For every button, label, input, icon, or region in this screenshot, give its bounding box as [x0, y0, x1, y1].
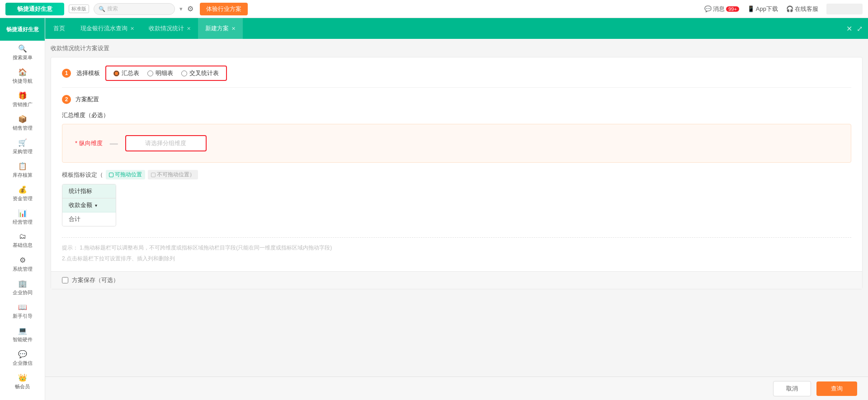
tab-home[interactable]: 首页	[45, 18, 73, 39]
sidebar-item-guide[interactable]: 📖 新手引导	[0, 299, 45, 323]
sidebar-item-search[interactable]: 🔍 搜索菜单	[0, 41, 45, 64]
save-label: 方案保存（可选）	[72, 276, 119, 284]
dim-arrow: —	[110, 139, 118, 148]
sidebar-item-enterprise[interactable]: 🏢 企业协同	[0, 276, 45, 299]
total-row: 合计	[62, 212, 116, 226]
indicator-section: 模板指标设定（ 可拖动位置 不可拖动位置）	[62, 170, 851, 226]
gift-icon: 🎁	[18, 91, 27, 100]
tab-expand-icon[interactable]: ⤢	[857, 24, 863, 33]
sidebar-item-base[interactable]: 🗂 基础信息	[0, 229, 45, 252]
message-icon[interactable]: 💬 消息 99+	[704, 5, 739, 13]
sidebar-item-hardware[interactable]: 💻 智能硬件	[0, 323, 45, 346]
non-draggable-tag: 不可拖动位置）	[148, 170, 198, 179]
sidebar-item-stock[interactable]: 📋 库存核算	[0, 158, 45, 182]
tab-bank[interactable]: 现金银行流水查询 ✕	[73, 18, 142, 39]
dropdown-icon[interactable]: ▾	[179, 5, 183, 12]
sidebar-item-member[interactable]: 👑 畅会员	[0, 370, 45, 393]
operation-icon: 📊	[18, 209, 27, 217]
cancel-button[interactable]: 取消	[773, 381, 811, 396]
template-selection-box: 汇总表 明细表 交叉统计表	[105, 66, 227, 81]
hardware-icon: 💻	[18, 326, 27, 335]
step2-label: 方案配置	[75, 95, 99, 104]
tab-new-plan-close[interactable]: ✕	[231, 26, 236, 32]
draggable-tag: 可拖动位置	[106, 170, 145, 179]
radio-cross[interactable]: 交叉统计表	[181, 69, 219, 77]
dim-selector[interactable]: 请选择分组维度	[125, 135, 207, 151]
chevron-down-icon: ▾	[95, 203, 97, 208]
edition-badge: 标准版	[69, 5, 89, 13]
indicator-label: 模板指标设定（	[62, 171, 103, 179]
user-avatar[interactable]	[826, 4, 863, 14]
sidebar-item-wechat[interactable]: 💬 企业微信	[0, 346, 45, 370]
sidebar-logo: 畅捷通好生意	[5, 3, 64, 15]
sidebar-item-finance[interactable]: 💰 资金管理	[0, 182, 45, 205]
guide-icon: 📖	[18, 303, 27, 311]
sidebar-item-marketing[interactable]: 🎁 营销推广	[0, 88, 45, 111]
tip-line-1: 提示： 1.拖动标题栏可以调整布局，不可跨维度或指标区域拖动栏目字段(只能在同一…	[62, 242, 851, 253]
sidebar-item-purchase[interactable]: 🛒 采购管理	[0, 135, 45, 158]
radio-detail[interactable]: 明细表	[147, 69, 173, 77]
sidebar-item-operation[interactable]: 📊 经营管理	[0, 205, 45, 229]
member-icon: 👑	[18, 373, 27, 382]
query-button[interactable]: 查询	[816, 381, 857, 396]
tab-collection-close[interactable]: ✕	[187, 26, 191, 32]
dim-section-label: 汇总维度（必选）	[62, 111, 851, 119]
base-icon: 🗂	[19, 232, 26, 240]
settings-icon[interactable]: ⚙	[187, 5, 193, 13]
save-checkbox[interactable]	[62, 277, 68, 283]
home-icon: 🏠	[18, 68, 27, 76]
sales-icon: 📦	[18, 115, 27, 123]
stat-indicator-header: 统计指标	[62, 184, 116, 198]
system-icon: ⚙	[19, 256, 26, 264]
radio-summary[interactable]: 汇总表	[113, 69, 139, 77]
sidebar-item-system[interactable]: ⚙ 系统管理	[0, 252, 45, 276]
wechat-icon: 💬	[18, 350, 27, 358]
step2-badge: 2	[62, 95, 71, 104]
tab-collection[interactable]: 收款情况统计 ✕	[142, 18, 198, 39]
step1-label: 选择模板	[76, 69, 100, 77]
tips-section: 提示： 1.拖动标题栏可以调整布局，不可跨维度或指标区域拖动栏目字段(只能在同一…	[62, 237, 851, 264]
brand-logo: 畅捷通好生意	[0, 18, 45, 41]
collection-amount-col[interactable]: 收款金额 ▾	[62, 198, 116, 212]
stock-icon: 📋	[18, 162, 27, 170]
indicator-table: 统计指标 收款金额 ▾ 合计	[62, 184, 116, 226]
tab-close-window[interactable]: ✕	[846, 24, 852, 33]
search-bar: 🔍 搜索	[94, 3, 175, 15]
tab-bank-close[interactable]: ✕	[130, 26, 134, 32]
message-badge: 99+	[726, 6, 739, 12]
app-download[interactable]: 📱 App下载	[747, 5, 778, 13]
trial-button[interactable]: 体验行业方案	[200, 3, 248, 15]
enterprise-icon: 🏢	[18, 279, 27, 288]
step1-badge: 1	[62, 69, 71, 78]
sidebar-item-quick-nav[interactable]: 🏠 快捷导航	[0, 64, 45, 88]
vertical-dim-label: * 纵向维度	[75, 139, 103, 147]
dimension-area: * 纵向维度 — 请选择分组维度	[62, 124, 851, 163]
sidebar-item-sales[interactable]: 📦 销售管理	[0, 111, 45, 135]
tip-line-2: 2.点击标题栏下拉可设置排序、插入列和删除列	[62, 253, 851, 264]
page-title: 收款情况统计方案设置	[51, 44, 863, 52]
online-service[interactable]: 🎧 在线客服	[786, 5, 818, 13]
purchase-icon: 🛒	[18, 138, 27, 147]
search-icon: 🔍	[18, 44, 27, 53]
finance-icon: 💰	[18, 185, 27, 194]
tab-new-plan[interactable]: 新建方案 ✕	[198, 18, 243, 39]
